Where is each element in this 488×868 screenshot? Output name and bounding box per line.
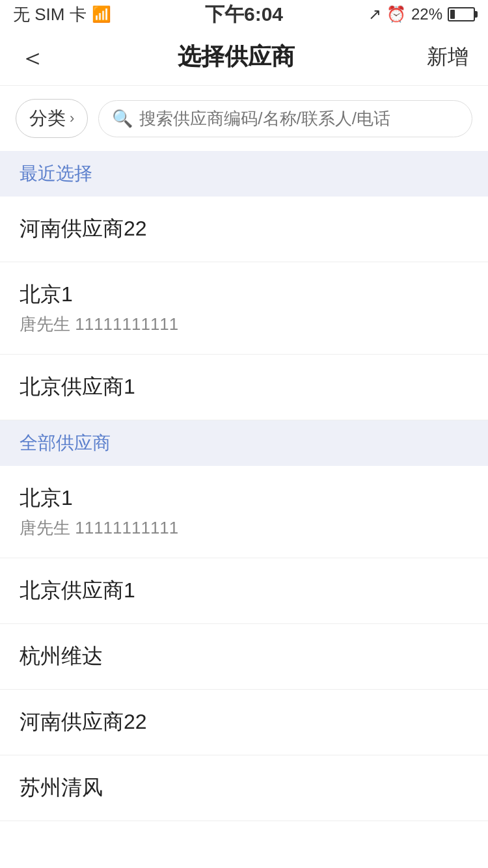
status-time: 下午6:04 bbox=[205, 1, 283, 28]
all-list: 北京1 唐先生 11111111111 北京供应商1 杭州维达 河南供应商22 … bbox=[0, 466, 488, 821]
item-name: 苏州清风 bbox=[20, 774, 468, 802]
list-item[interactable]: 杭州维达 bbox=[0, 624, 488, 690]
status-right: ↗ ⏰ 22% bbox=[368, 5, 475, 23]
recent-header-text: 最近选择 bbox=[20, 163, 92, 183]
category-button[interactable]: 分类 › bbox=[16, 99, 88, 138]
alarm-icon: ⏰ bbox=[386, 5, 406, 23]
add-button[interactable]: 新增 bbox=[427, 43, 468, 72]
battery-percent: 22% bbox=[411, 5, 442, 23]
category-label: 分类 bbox=[29, 106, 66, 131]
all-header-text: 全部供应商 bbox=[20, 433, 111, 453]
recent-list: 河南供应商22 北京1 唐先生 11111111111 北京供应商1 bbox=[0, 197, 488, 420]
page-title: 选择供应商 bbox=[178, 41, 295, 73]
status-carrier: 无 SIM 卡 📶 bbox=[13, 3, 111, 26]
list-item[interactable]: 北京1 唐先生 11111111111 bbox=[0, 466, 488, 558]
nav-bar: ＜ 选择供应商 新增 bbox=[0, 29, 488, 86]
search-input[interactable] bbox=[139, 109, 459, 129]
list-item[interactable]: 河南供应商22 bbox=[0, 197, 488, 262]
wifi-icon: 📶 bbox=[92, 5, 111, 23]
status-bar: 无 SIM 卡 📶 下午6:04 ↗ ⏰ 22% bbox=[0, 0, 488, 29]
search-icon: 🔍 bbox=[112, 109, 133, 129]
item-name: 河南供应商22 bbox=[20, 215, 468, 243]
chevron-right-icon: › bbox=[70, 110, 74, 127]
all-section-header: 全部供应商 bbox=[0, 420, 488, 466]
location-icon: ↗ bbox=[368, 5, 381, 23]
list-item[interactable]: 北京供应商1 bbox=[0, 355, 488, 420]
filter-bar: 分类 › 🔍 bbox=[0, 86, 488, 151]
item-sub: 唐先生 11111111111 bbox=[20, 517, 468, 539]
list-item[interactable]: 北京供应商1 bbox=[0, 558, 488, 624]
item-name: 杭州维达 bbox=[20, 642, 468, 671]
item-name: 北京1 bbox=[20, 484, 468, 513]
item-name: 北京供应商1 bbox=[20, 373, 468, 401]
item-sub: 唐先生 11111111111 bbox=[20, 313, 468, 336]
battery-icon bbox=[448, 7, 475, 21]
list-item[interactable]: 苏州清风 bbox=[0, 755, 488, 821]
search-box: 🔍 bbox=[98, 100, 472, 137]
item-name: 北京1 bbox=[20, 280, 468, 309]
recent-section-header: 最近选择 bbox=[0, 151, 488, 197]
item-name: 河南供应商22 bbox=[20, 708, 468, 737]
back-button[interactable]: ＜ bbox=[20, 44, 46, 70]
list-item[interactable]: 河南供应商22 bbox=[0, 690, 488, 755]
list-item[interactable]: 北京1 唐先生 11111111111 bbox=[0, 262, 488, 355]
item-name: 北京供应商1 bbox=[20, 576, 468, 605]
